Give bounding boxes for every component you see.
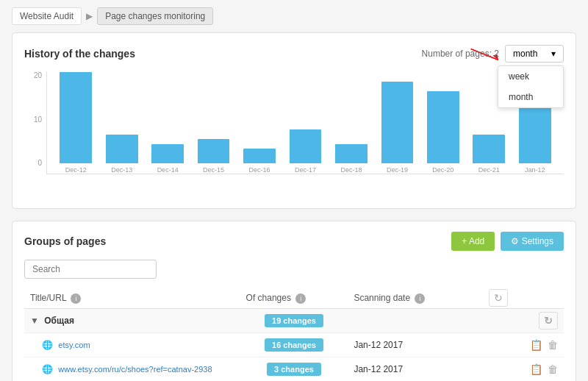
globe-icon: 🌐 [42,364,53,374]
bar [290,129,322,163]
refresh-icon[interactable]: ↻ [489,289,508,307]
row-refresh-icon[interactable]: ↻ [539,312,558,330]
url-name-cell: 🌐 www.etsy.com/ru/c/shoes?ref=catnav-293… [24,357,240,382]
bar-group: Dec-17 [282,71,328,174]
x-label: Dec-13 [111,166,132,174]
bar [473,135,505,163]
table-header-row: Title/URL i Of changes i Scanning date i… [24,288,564,309]
add-button[interactable]: + Add [451,232,495,251]
info-icon-scanning[interactable]: i [415,293,425,304]
table-icon[interactable]: 📋 [530,339,542,351]
bar-group: Dec-18 [329,71,374,174]
changes-badge: 16 changes [265,338,323,352]
table-row-url: 🌐 www.etsy.com/ru/c/shoes?ref=catnav-293… [24,357,564,382]
breadcrumb-separator: ▶ [86,11,93,21]
changes-badge: 3 changes [267,363,321,376]
th-actions: ↻ [483,288,564,309]
x-label: Dec-16 [249,166,270,174]
url-actions-cell: 📋 🗑 [483,333,564,357]
chart-title: History of the changes [24,48,135,60]
url-scanning-cell: Jan-12 2017 [348,333,483,357]
bar [427,91,459,163]
x-label: Dec-17 [295,166,316,174]
breadcrumb-website-audit[interactable]: Website Audit [12,7,82,25]
toggle-icon[interactable]: ▼ [30,316,39,326]
bar [106,135,138,163]
th-changes: Of changes i [240,288,348,309]
dropdown-selected-label: month [513,49,537,59]
group-name-cell: ▼ Общая [24,309,240,333]
groups-header: Groups of pages + Add ⚙ Settings [24,232,564,251]
groups-actions: + Add ⚙ Settings [451,232,564,251]
groups-section: Groups of pages + Add ⚙ Settings Title/U… [12,221,576,381]
dropdown-container: month ▾ week month [505,45,564,63]
table-row-url: 🌐 etsy.com 16 changes Jan-12 2017 📋 🗑 [24,333,564,357]
num-pages-label: Number of pages: 2 [422,49,499,59]
x-label: Dec-20 [432,166,453,174]
x-label: Jan-12 [525,166,545,174]
x-label: Dec-14 [157,166,179,174]
bar-group: Dec-19 [374,71,420,174]
url-actions-cell: 📋 🗑 [483,357,564,382]
x-label: Dec-19 [387,166,408,174]
bar-chart: 20 10 0 Dec-12 Dec-13 Dec-14 Dec-15 Dec-… [24,71,564,196]
dropdown-option-week[interactable]: week [498,66,563,87]
bar-group: Dec-16 [237,71,282,174]
group-name: Общая [44,316,74,326]
groups-title: Groups of pages [24,235,106,247]
dropdown-option-month[interactable]: month [498,87,563,107]
x-label: Dec-18 [340,166,362,174]
url-name-cell: 🌐 etsy.com [24,333,240,357]
th-scanning: Scanning date i [348,288,483,309]
group-actions-cell: ↻ [483,309,564,333]
y-label-0: 0 [24,159,42,167]
table-row-group: ▼ Общая 19 changes ↻ [24,309,564,333]
search-input[interactable] [24,260,157,279]
th-title: Title/URL i [24,288,240,309]
breadcrumb: Website Audit ▶ Page changes monitoring [0,0,588,32]
bar [198,139,230,163]
bar-group: Dec-14 [145,71,190,174]
bar-group: Dec-15 [190,71,236,174]
url-scanning-cell: Jan-12 2017 [348,357,483,382]
group-scanning-cell [348,309,483,333]
chart-controls: Number of pages: 2 month ▾ week month [422,45,564,63]
x-label: Dec-15 [203,166,224,174]
table-icon[interactable]: 📋 [530,363,542,375]
group-changes-cell: 19 changes [240,309,348,333]
changes-badge: 19 changes [265,314,323,327]
breadcrumb-page-changes[interactable]: Page changes monitoring [97,7,213,25]
bar [151,144,184,163]
dropdown-menu: week month [498,65,564,108]
delete-icon[interactable]: 🗑 [548,363,558,375]
url-link[interactable]: etsy.com [58,341,90,349]
bar [335,144,368,163]
info-icon-changes[interactable]: i [295,293,306,304]
x-label: Dec-21 [478,166,500,174]
bar [243,149,276,163]
globe-icon: 🌐 [42,340,53,350]
settings-button[interactable]: ⚙ Settings [501,232,564,251]
url-link[interactable]: www.etsy.com/ru/c/shoes?ref=catnav-2938 [58,365,212,374]
bars-area: Dec-12 Dec-13 Dec-14 Dec-15 Dec-16 Dec-1… [46,71,564,174]
groups-table: Title/URL i Of changes i Scanning date i… [24,288,564,381]
delete-icon[interactable]: 🗑 [548,339,558,351]
main-content: History of the changes Number of pages: … [0,32,588,381]
chart-header: History of the changes Number of pages: … [24,45,564,63]
dropdown-chevron-icon: ▾ [551,49,556,59]
bar-group: Dec-12 [53,71,98,174]
bar [60,72,92,163]
url-changes-cell: 16 changes [240,333,348,357]
x-label: Dec-12 [65,166,87,174]
period-dropdown-button[interactable]: month ▾ [505,45,564,63]
y-label-20: 20 [24,71,42,79]
bar [381,82,414,163]
bar-group: Dec-13 [98,71,144,174]
info-icon-title[interactable]: i [71,293,81,304]
url-changes-cell: 3 changes [240,357,348,382]
y-label-10: 10 [24,115,42,124]
chart-card: History of the changes Number of pages: … [12,32,576,209]
bar-group: Dec-20 [420,71,466,174]
